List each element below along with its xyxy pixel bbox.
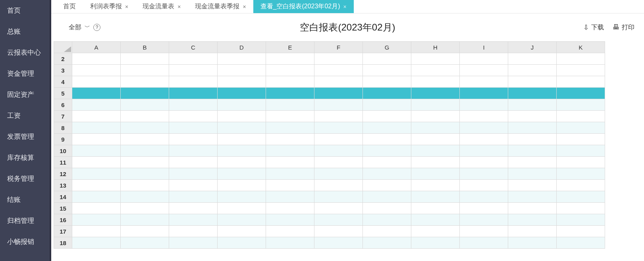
cell-J9[interactable]	[508, 134, 557, 145]
cell-F10[interactable]	[314, 145, 363, 157]
cell-C8[interactable]	[169, 122, 218, 134]
cell-D12[interactable]	[218, 168, 266, 180]
tab-3[interactable]: 现金流量表季报×	[188, 0, 253, 13]
select-all-corner[interactable]	[54, 42, 72, 53]
cell-E6[interactable]	[266, 99, 314, 111]
cell-C9[interactable]	[169, 134, 218, 145]
cell-H12[interactable]	[411, 168, 460, 180]
cell-H2[interactable]	[411, 53, 460, 65]
cell-E16[interactable]	[266, 214, 314, 226]
column-header-C[interactable]: C	[169, 42, 218, 53]
sidebar-item-10[interactable]: 归档管理	[0, 210, 50, 231]
cell-B9[interactable]	[121, 134, 169, 145]
cell-E3[interactable]	[266, 65, 314, 76]
column-header-K[interactable]: K	[557, 42, 605, 53]
cell-A4[interactable]	[72, 76, 121, 88]
cell-A8[interactable]	[72, 122, 121, 134]
tab-2[interactable]: 现金流量表×	[135, 0, 188, 13]
cell-F2[interactable]	[314, 53, 363, 65]
column-header-E[interactable]: E	[266, 42, 314, 53]
row-header-11[interactable]: 11	[54, 157, 72, 168]
cell-F3[interactable]	[314, 65, 363, 76]
cell-B6[interactable]	[121, 99, 169, 111]
cell-B10[interactable]	[121, 145, 169, 157]
cell-F12[interactable]	[314, 168, 363, 180]
tab-0[interactable]: 首页	[56, 0, 83, 13]
cell-B13[interactable]	[121, 180, 169, 191]
cell-B7[interactable]	[121, 111, 169, 122]
cell-H7[interactable]	[411, 111, 460, 122]
cell-A9[interactable]	[72, 134, 121, 145]
column-header-A[interactable]: A	[72, 42, 121, 53]
cell-E13[interactable]	[266, 180, 314, 191]
cell-I4[interactable]	[460, 76, 508, 88]
cell-E8[interactable]	[266, 122, 314, 134]
row-header-13[interactable]: 13	[54, 180, 72, 191]
cell-D5[interactable]	[218, 88, 266, 99]
cell-K16[interactable]	[557, 214, 605, 226]
cell-D8[interactable]	[218, 122, 266, 134]
cell-C3[interactable]	[169, 65, 218, 76]
column-header-B[interactable]: B	[121, 42, 169, 53]
cell-A14[interactable]	[72, 191, 121, 203]
sidebar-item-6[interactable]: 发票管理	[0, 126, 50, 147]
cell-I18[interactable]	[460, 237, 508, 249]
cell-F13[interactable]	[314, 180, 363, 191]
cell-D6[interactable]	[218, 99, 266, 111]
cell-B16[interactable]	[121, 214, 169, 226]
cell-A17[interactable]	[72, 226, 121, 237]
cell-G14[interactable]	[363, 191, 411, 203]
cell-F17[interactable]	[314, 226, 363, 237]
cell-D10[interactable]	[218, 145, 266, 157]
sidebar-item-5[interactable]: 工资	[0, 105, 50, 126]
cell-H18[interactable]	[411, 237, 460, 249]
row-header-17[interactable]: 17	[54, 226, 72, 237]
sidebar-item-9[interactable]: 结账	[0, 189, 50, 210]
cell-A18[interactable]	[72, 237, 121, 249]
cell-G12[interactable]	[363, 168, 411, 180]
row-header-16[interactable]: 16	[54, 214, 72, 226]
cell-G17[interactable]	[363, 226, 411, 237]
cell-G2[interactable]	[363, 53, 411, 65]
cell-H17[interactable]	[411, 226, 460, 237]
cell-E15[interactable]	[266, 203, 314, 214]
tab-4[interactable]: 查看_空白报表(2023年02月)×	[253, 0, 354, 13]
cell-G16[interactable]	[363, 214, 411, 226]
cell-I13[interactable]	[460, 180, 508, 191]
cell-G10[interactable]	[363, 145, 411, 157]
cell-I2[interactable]	[460, 53, 508, 65]
cell-I6[interactable]	[460, 99, 508, 111]
cell-C6[interactable]	[169, 99, 218, 111]
tab-1[interactable]: 利润表季报×	[83, 0, 135, 13]
row-header-2[interactable]: 2	[54, 53, 72, 65]
cell-K6[interactable]	[557, 99, 605, 111]
cell-F9[interactable]	[314, 134, 363, 145]
cell-C14[interactable]	[169, 191, 218, 203]
cell-A11[interactable]	[72, 157, 121, 168]
cell-A3[interactable]	[72, 65, 121, 76]
cell-K10[interactable]	[557, 145, 605, 157]
sidebar-item-11[interactable]: 小畅报销	[0, 231, 50, 252]
cell-K12[interactable]	[557, 168, 605, 180]
cell-I8[interactable]	[460, 122, 508, 134]
cell-F18[interactable]	[314, 237, 363, 249]
cell-I15[interactable]	[460, 203, 508, 214]
cell-I10[interactable]	[460, 145, 508, 157]
row-header-6[interactable]: 6	[54, 99, 72, 111]
close-icon[interactable]: ×	[343, 4, 347, 10]
cell-B11[interactable]	[121, 157, 169, 168]
cell-G6[interactable]	[363, 99, 411, 111]
cell-F16[interactable]	[314, 214, 363, 226]
row-header-3[interactable]: 3	[54, 65, 72, 76]
cell-C5[interactable]	[169, 88, 218, 99]
help-icon[interactable]: ?	[93, 24, 100, 31]
cell-J14[interactable]	[508, 191, 557, 203]
column-header-J[interactable]: J	[508, 42, 557, 53]
cell-K2[interactable]	[557, 53, 605, 65]
cell-A10[interactable]	[72, 145, 121, 157]
cell-F4[interactable]	[314, 76, 363, 88]
cell-J2[interactable]	[508, 53, 557, 65]
cell-H14[interactable]	[411, 191, 460, 203]
cell-K13[interactable]	[557, 180, 605, 191]
cell-E4[interactable]	[266, 76, 314, 88]
